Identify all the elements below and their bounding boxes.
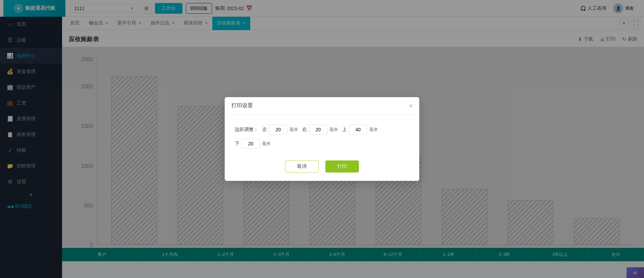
- right-margin-input[interactable]: [309, 125, 327, 135]
- top-margin-input[interactable]: [349, 125, 367, 135]
- top-margin-group: 上 毫米: [342, 125, 378, 135]
- right-label: 右: [302, 127, 307, 133]
- cancel-button[interactable]: 取消: [285, 160, 319, 172]
- left-margin-group: 左 毫米: [262, 125, 298, 135]
- bottom-margin-input[interactable]: [241, 139, 260, 149]
- print-settings-modal: 打印设置 × 边距调整： 左 毫米 右 毫米 上 毫米: [225, 97, 419, 181]
- top-label: 上: [342, 127, 347, 133]
- modal-footer: 取消 打印: [225, 155, 419, 181]
- modal-close-button[interactable]: ×: [409, 103, 413, 109]
- margin-row: 边距调整： 左 毫米 右 毫米 上 毫米 下: [235, 125, 409, 149]
- margin-label: 边距调整：: [235, 127, 258, 133]
- bottom-unit: 毫米: [262, 141, 271, 147]
- right-margin-group: 右 毫米: [302, 125, 338, 135]
- top-unit: 毫米: [369, 127, 378, 133]
- confirm-print-button[interactable]: 打印: [325, 160, 359, 172]
- modal-body: 边距调整： 左 毫米 右 毫米 上 毫米 下: [225, 115, 419, 155]
- modal-overlay: 打印设置 × 边距调整： 左 毫米 右 毫米 上 毫米: [0, 0, 644, 278]
- left-label: 左: [262, 127, 267, 133]
- modal-header: 打印设置 ×: [225, 97, 419, 115]
- modal-title: 打印设置: [231, 102, 253, 109]
- left-unit: 毫米: [289, 127, 298, 133]
- left-margin-input[interactable]: [269, 125, 287, 135]
- bottom-label: 下: [235, 141, 239, 147]
- bottom-margin-group: 下 毫米: [235, 139, 271, 149]
- right-unit: 毫米: [329, 127, 338, 133]
